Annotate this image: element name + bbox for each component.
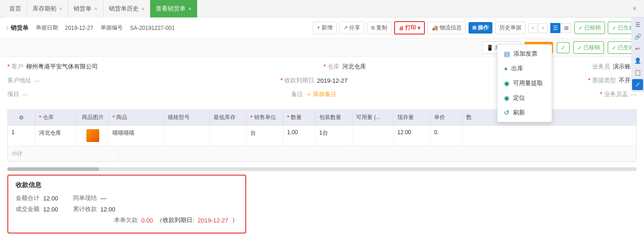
customer-field: 客户 柳州粤港平安气体有限公司 <box>7 63 98 71</box>
th-current: 现存量 <box>394 110 430 125</box>
payment-date-field: 收款到期日 2019-12-27 <box>281 76 348 85</box>
th-product: *商品 <box>109 110 164 125</box>
new-button[interactable]: + 新增 <box>313 22 337 34</box>
close-sales-order[interactable]: × <box>94 6 97 11</box>
list-view-button[interactable]: ☰ <box>550 23 560 33</box>
deal-field: 成交金额 12.00 <box>16 205 58 213</box>
deal-value: 12.00 <box>43 206 58 213</box>
owe-date: 2019-12-27 <box>198 217 229 224</box>
share-button[interactable]: ↗ 分享 <box>339 22 364 34</box>
right-icon-2[interactable]: 🔗 <box>632 31 643 42</box>
td-price: 0. <box>430 125 463 146</box>
td-row-num: 1 <box>8 125 35 146</box>
right-panel: ☰ 🔗 ↩ 👤 📋 ⤢ <box>631 17 644 92</box>
view-switch: ☰ ⊞ <box>550 23 571 33</box>
th-more: 数 <box>463 110 490 125</box>
copy-icon: ⧉ <box>371 25 375 31</box>
th-warehouse: *仓库 <box>35 110 77 125</box>
doc-header-actions: + 新增 ↗ 分享 ⧉ 复制 🖨 打印 ▾ 🚚 物流信息 ⊞ 操作 <box>313 21 638 34</box>
copy-button[interactable]: ⧉ 复制 <box>367 22 391 34</box>
right-icon-3[interactable]: ↩ <box>632 43 643 54</box>
add-note-button[interactable]: ＋ 添加备注 <box>306 90 337 98</box>
check-icon: ✓ <box>578 25 583 31</box>
th-settings[interactable]: ⚙ <box>8 110 35 125</box>
address-field: 客户地址 — <box>7 76 40 85</box>
payment-title: 收款信息 <box>16 181 238 189</box>
refresh-icon: ↺ <box>504 109 509 116</box>
locate-icon: ◉ <box>504 94 509 102</box>
tab-sales-order[interactable]: 销货单 × <box>68 0 103 17</box>
invoice-icon: ▤ <box>504 50 510 57</box>
owe-label: 本单欠款 <box>114 216 138 224</box>
warehouse-label: 仓库 <box>324 63 340 71</box>
operate-icon: ⊞ <box>472 25 476 31</box>
operate-button[interactable]: ⊞ 操作 <box>469 22 492 34</box>
doc-type: ↑ 销货单 <box>6 24 28 32</box>
th-spec: 规格型号 <box>164 110 210 125</box>
customer-label: 客户 <box>7 63 23 71</box>
project-label: 项目 <box>7 90 19 98</box>
tab-home[interactable]: 首页 <box>4 0 27 17</box>
confirmed-badge[interactable]: ✓ 已核销 <box>573 41 604 54</box>
doc-type-icon: ↑ <box>6 24 9 31</box>
print-icon: 🖨 <box>399 25 404 31</box>
doc-header-left: ↑ 销货单 单据日期 2019-12-27 单据编号 SA-20191227-0… <box>6 24 175 32</box>
outbound-icon: ● <box>504 65 508 72</box>
payment-date-value: 2019-12-27 <box>317 77 348 84</box>
note-label: 备注 <box>291 90 303 98</box>
right-icon-5[interactable]: 📋 <box>632 67 643 78</box>
right-icon-1[interactable]: ☰ <box>632 19 643 30</box>
table-row: 1 河北仓库 嘻嘻嘻嘻 台 1.00 1台 12.00 0. <box>8 125 636 146</box>
refresh-item[interactable]: ↺ 刷新 <box>497 105 552 120</box>
right-icon-expand[interactable]: ⤢ <box>632 79 643 90</box>
locate-item[interactable]: ◉ 定位 <box>497 91 552 105</box>
tab-sales-history[interactable]: 销货单历史 × <box>103 0 150 17</box>
td-image <box>77 125 109 146</box>
warehouse-value: 河北仓库 <box>342 63 366 71</box>
horizontal-scrollbar[interactable] <box>7 167 637 171</box>
payment-row-1: 金额合计 12.00 同单现结 — <box>16 194 238 202</box>
logistics-button[interactable]: 🚚 物流信息 <box>428 22 466 34</box>
next-arrow[interactable]: › <box>538 23 548 33</box>
td-subtotal-label: 小计 <box>8 146 118 161</box>
close-view-sales[interactable]: × <box>188 6 191 11</box>
close-sales-history[interactable]: × <box>141 6 144 11</box>
th-pack: 包装数量 <box>316 110 352 125</box>
td-current: 12.00 <box>394 125 430 146</box>
print-button[interactable]: 🖨 打印 ▾ <box>394 21 425 34</box>
doc-number-value: SA-20191227-001 <box>130 25 175 31</box>
prev-arrow[interactable]: ‹ <box>528 23 537 33</box>
outbound-item[interactable]: ● 出库 <box>497 61 552 76</box>
close-inventory-init[interactable]: × <box>59 6 62 11</box>
cumulative-value: 12.00 <box>101 206 116 213</box>
td-pack: 1台 <box>316 125 352 146</box>
project-field: 项目 — <box>7 90 28 98</box>
staff2-label: 业务员盂 <box>600 90 628 98</box>
effect-check-icon: ✓ <box>612 25 616 31</box>
grid-view-button[interactable]: ⊞ <box>561 23 571 33</box>
same-order-label: 同单现结 <box>73 194 97 202</box>
th-salesunit: *销售单位 <box>247 110 283 125</box>
td-minstock <box>210 125 247 146</box>
add-invoice-item[interactable]: ▤ 添加发票 <box>497 46 552 61</box>
cumulative-field: 累计收款 12.00 <box>73 205 116 213</box>
available-qty-item[interactable]: ◉ 可用量提取 <box>497 76 552 91</box>
cumulative-label: 累计收款 <box>73 205 97 213</box>
staff-field: 业务员 演示账号 <box>592 63 637 71</box>
product-image <box>86 129 99 142</box>
scroll-thumb[interactable] <box>7 167 99 171</box>
mobile-icon: 📱 <box>486 45 493 51</box>
confirmed-check-icon: ✓ <box>577 45 582 51</box>
subtotal-row: 小计 <box>8 146 636 161</box>
right-icon-4[interactable]: 👤 <box>632 55 643 66</box>
tab-inventory-init[interactable]: 库存期初 × <box>27 0 68 17</box>
window-close-button[interactable]: × <box>633 5 640 13</box>
payment-section: 收款信息 金额合计 12.00 同单现结 — 成交金额 12.00 累计收款 1… <box>7 175 246 234</box>
tab-view-sales[interactable]: 查看销货单 × <box>150 0 197 17</box>
total-label: 金额合计 <box>16 194 40 202</box>
confirm-button[interactable]: ✓ <box>557 42 570 53</box>
tab-bar: 首页 库存期初 × 销货单 × 销货单历史 × 查看销货单 × × <box>0 0 644 17</box>
cancel-button[interactable]: ✓ 已核销 <box>574 22 605 34</box>
th-image: 商品图片 <box>77 110 109 125</box>
history-button[interactable]: 历史单据 <box>495 22 525 34</box>
